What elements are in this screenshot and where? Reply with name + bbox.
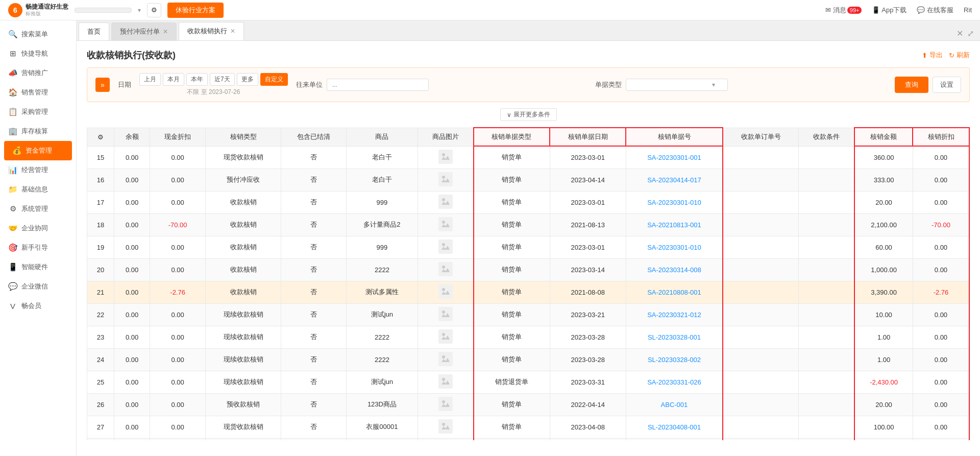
page-header: 收款核销执行(按收款) ⬆ 导出 ↻ 刷新 <box>77 41 980 67</box>
cancel-doc-no-link[interactable]: SA-20230321-012 <box>647 311 701 319</box>
cell-include-settled: 否 <box>281 258 346 281</box>
cell-cancel-doc-date: 2023-03-31 <box>550 371 626 393</box>
tab-close-all-icon[interactable]: ✕ <box>957 29 963 38</box>
tab-prepay-close-icon[interactable]: ✕ <box>163 28 168 35</box>
cancel-doc-no-link[interactable]: SA-20230331-026 <box>647 378 701 386</box>
cell-cancel-doc-type: 销货单 <box>474 146 550 169</box>
filter-collapse-button[interactable]: » <box>95 78 110 92</box>
tab-home[interactable]: 首页 <box>79 22 109 40</box>
sidebar-item-quicknav[interactable]: ⊞ 快捷导航 <box>0 44 76 63</box>
cell-receipt-order-no <box>723 169 799 191</box>
refresh-button[interactable]: ↻ 刷新 <box>949 51 970 60</box>
tab-prepay-label: 预付冲应付单 <box>120 27 160 36</box>
cell-cancel-doc-no: SA-20210813-001 <box>626 213 723 236</box>
date-btn-this-month[interactable]: 本月 <box>163 73 184 86</box>
sidebar-item-collab[interactable]: 🤝 企业协同 <box>0 219 76 238</box>
th-settings[interactable]: ⚙ <box>87 128 114 146</box>
sidebar-item-member[interactable]: V 畅会员 <box>0 296 76 316</box>
cell-goods: 测试多属性 <box>347 281 418 303</box>
cancel-doc-no-link[interactable]: SA-20230414-017 <box>647 176 701 184</box>
sidebar-item-guide[interactable]: 🎯 新手引导 <box>0 238 76 257</box>
user-name[interactable]: Rit <box>964 6 972 14</box>
message-icon[interactable]: ✉ 消息99+ <box>825 6 862 15</box>
cancel-doc-no-link[interactable]: ABC-001 <box>661 401 688 409</box>
cell-num: 21 <box>87 281 114 303</box>
sidebar-item-marketing[interactable]: 📣 营销推广 <box>0 63 76 83</box>
tab-receipt[interactable]: 收款核销执行 ✕ <box>179 22 244 40</box>
cancel-doc-no-link[interactable]: SA-20230301-010 <box>647 199 701 206</box>
th-goods: 商品 <box>347 128 418 146</box>
sidebar-label-wecom: 企业微信 <box>21 282 48 291</box>
cell-cancel-type: 预收款核销 <box>206 393 281 416</box>
sidebar-item-basic[interactable]: 📁 基础信息 <box>0 180 76 199</box>
date-btn-this-year[interactable]: 本年 <box>186 73 208 86</box>
online-service-link[interactable]: 💬 在线客服 <box>917 6 953 15</box>
sidebar-item-inventory[interactable]: 🏢 库存核算 <box>0 122 76 141</box>
table-body: 15 0.00 0.00 现货收款核销 否 老白干 销货单 2023-03-01… <box>87 146 970 440</box>
sidebar-item-wecom[interactable]: 💬 企业微信 <box>0 277 76 296</box>
cell-goods: 123D商品 <box>347 393 418 416</box>
sidebar-item-search[interactable]: 🔍 搜索菜单 <box>0 25 76 44</box>
cell-num: 25 <box>87 371 114 393</box>
doctype-select[interactable]: ▾ <box>626 79 728 91</box>
tab-expand-icon[interactable]: ⤢ <box>967 29 974 38</box>
svg-rect-24 <box>438 419 453 434</box>
cell-balance: 0.00 <box>114 393 150 416</box>
sidebar-item-hardware[interactable]: 📱 智能硬件 <box>0 257 76 277</box>
cell-goods: 2222 <box>347 258 418 281</box>
sidebar-item-operation[interactable]: 📊 经营管理 <box>0 160 76 180</box>
sidebar-item-finance[interactable]: 💰 资金管理 <box>4 141 72 160</box>
cancel-doc-no-link[interactable]: SL-20230408-001 <box>648 423 701 431</box>
message-badge: 99+ <box>847 7 862 14</box>
svg-rect-10 <box>438 262 453 276</box>
cell-goods: 老白干 <box>347 146 418 169</box>
industry-button[interactable]: 休验行业方案 <box>167 3 224 18</box>
date-btn-more[interactable]: 更多 <box>237 73 258 86</box>
inventory-icon: 🏢 <box>8 127 17 136</box>
tab-receipt-label: 收款核销执行 <box>187 27 227 36</box>
cancel-doc-no-link[interactable]: SA-20230314-008 <box>647 266 701 274</box>
cell-cash-discount: 0.00 <box>150 348 206 371</box>
app-download-link[interactable]: 📱 App下载 <box>872 6 906 15</box>
settings-button[interactable]: 设置 <box>933 77 961 93</box>
sidebar-label-basic: 基础信息 <box>21 185 48 194</box>
cell-goods-img <box>418 281 474 303</box>
counterpart-input[interactable] <box>327 79 429 91</box>
sidebar-item-system[interactable]: ⚙ 系统管理 <box>0 199 76 219</box>
cancel-doc-no-link[interactable]: SA-20230301-010 <box>647 244 701 251</box>
cell-receipt-order-no <box>723 303 799 326</box>
tab-prepay[interactable]: 预付冲应付单 ✕ <box>111 22 177 40</box>
search-input-display[interactable] <box>75 8 132 13</box>
cell-cancel-doc-type: 销货单 <box>474 326 550 348</box>
cell-cancel-doc-no: SA-20230314-008 <box>626 258 723 281</box>
dropdown-arrow-icon[interactable]: ▾ <box>138 7 141 14</box>
cell-cash-discount: 0.00 <box>150 326 206 348</box>
date-btn-last-month[interactable]: 上月 <box>139 73 161 86</box>
export-icon: ⬆ <box>922 52 927 59</box>
gear-button[interactable]: ⚙ <box>147 3 161 17</box>
cancel-doc-no-link[interactable]: SA-20210808-001 <box>647 289 701 296</box>
cell-cancel-discount: -2.76 <box>913 281 969 303</box>
tab-receipt-close-icon[interactable]: ✕ <box>230 28 235 35</box>
cell-cancel-type: 预付冲应收 <box>206 169 281 191</box>
sidebar-item-purchase[interactable]: 📋 采购管理 <box>0 102 76 122</box>
export-button[interactable]: ⬆ 导出 <box>922 51 943 60</box>
svg-rect-22 <box>438 397 453 411</box>
cell-cancel-discount: 0.00 <box>913 416 969 438</box>
cell-cash-discount: 0.00 <box>150 236 206 258</box>
cell-goods-img <box>418 438 474 440</box>
collab-icon: 🤝 <box>8 224 17 233</box>
date-btn-7days[interactable]: 近7天 <box>210 73 235 86</box>
cell-cancel-doc-no: SA-20230301-010 <box>626 191 723 213</box>
cancel-doc-no-link[interactable]: SA-20210813-001 <box>647 221 701 229</box>
svg-point-5 <box>442 198 445 201</box>
expand-more-button[interactable]: ∨ 展开更多条件 <box>500 108 557 121</box>
cancel-doc-no-link[interactable]: SA-20230301-001 <box>647 154 701 161</box>
svg-point-9 <box>442 243 445 246</box>
sidebar-item-sales[interactable]: 🏠 销售管理 <box>0 83 76 102</box>
date-btn-custom[interactable]: 自定义 <box>260 73 288 86</box>
query-button[interactable]: 查询 <box>895 77 928 93</box>
svg-rect-8 <box>438 239 453 254</box>
cancel-doc-no-link[interactable]: SL-20230328-001 <box>648 333 701 341</box>
cancel-doc-no-link[interactable]: SL-20230328-002 <box>648 356 701 364</box>
